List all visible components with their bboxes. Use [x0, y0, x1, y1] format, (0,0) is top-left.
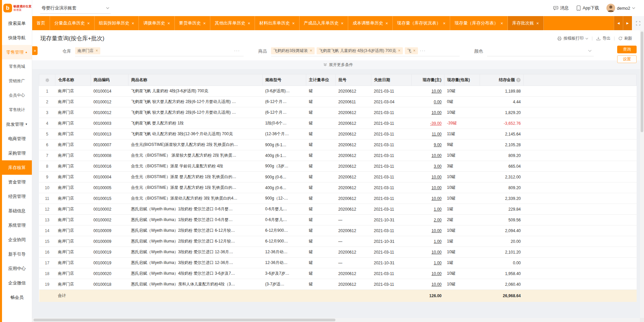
qty-main-link[interactable]: 10.00 [431, 196, 441, 201]
tab-close-icon[interactable]: × [536, 21, 539, 26]
refresh-button[interactable]: 刷新 [614, 36, 636, 41]
cell-spec: (6-12个月… [263, 97, 306, 107]
sidebar-item-16[interactable]: 新手引导 [2, 247, 32, 261]
qty-main-link[interactable]: 1.00 [434, 239, 441, 244]
sidebar-item-19[interactable]: 畅会员 [2, 290, 32, 305]
tabs-scroll-right-button[interactable]: ▶ [623, 16, 632, 30]
sidebar-item-5[interactable]: 会员中心 [2, 88, 32, 103]
sidebar-item-4[interactable]: 营销推广 [2, 74, 32, 88]
tab-close-icon[interactable]: × [167, 21, 170, 26]
warehouse-more-button[interactable]: ··· [234, 48, 244, 53]
tag-close-icon[interactable]: × [413, 48, 416, 53]
sidebar-item-11[interactable]: 资金管理 [2, 175, 32, 189]
tab-11[interactable]: 库存批次账× [508, 16, 544, 30]
cell-product-code: 00100018 [91, 279, 128, 290]
export-button[interactable]: 导出 [592, 36, 614, 41]
messages-button[interactable]: 消息 [553, 5, 569, 11]
tab-close-icon[interactable]: × [385, 21, 388, 26]
tabs-scroll-left-button[interactable]: ◀ [614, 16, 623, 30]
sidebar-item-12[interactable]: 经营管理 [2, 189, 32, 204]
qty-main-link[interactable]: 10.00 [431, 175, 441, 179]
tab-close-icon[interactable]: × [500, 21, 503, 26]
tag-close-icon[interactable]: × [96, 48, 98, 53]
column-settings-button[interactable] [39, 74, 55, 86]
sidebar-item-3[interactable]: 零售商城 [2, 59, 32, 74]
account-select[interactable]: 母婴行业演示账套 [40, 3, 111, 14]
qty-main-link[interactable]: 3.00 [434, 164, 441, 169]
sidebar-item-8[interactable]: 电商管理 [2, 131, 32, 146]
tab-3[interactable]: 调拨单历史× [139, 16, 175, 30]
tab-close-icon[interactable]: × [203, 21, 206, 26]
tab-10[interactable]: 现存量（库存分布表）× [450, 16, 508, 30]
print-by-template-button[interactable]: 按模板打印 [553, 36, 592, 41]
tab-8[interactable]: 成本调整单历史× [348, 16, 393, 30]
query-button[interactable]: 查询 [617, 46, 637, 53]
filter-collapse-button[interactable]: » [32, 46, 38, 55]
sidebar-item-10[interactable]: 库存核算 [2, 160, 32, 175]
tab-2[interactable]: 组装拆卸单历史× [95, 16, 139, 30]
tab-5[interactable]: 其他出库单历史× [210, 16, 255, 30]
tab-1[interactable]: 分量盘点单历史× [50, 16, 95, 30]
cell-batch: — [336, 215, 371, 225]
sidebar-item-18[interactable]: 企业微信 [2, 276, 32, 290]
sidebar-item-9[interactable]: 采购管理 [2, 146, 32, 160]
user-menu[interactable]: demo2 [606, 4, 635, 12]
filter-tag[interactable]: 飞× [405, 47, 418, 54]
tab-close-icon[interactable]: × [132, 21, 135, 26]
tab-0[interactable]: 首页 [32, 16, 50, 30]
tab-close-icon[interactable]: × [292, 21, 295, 26]
tag-close-icon[interactable]: × [310, 48, 312, 53]
qty-main-link[interactable]: 10.00 [431, 228, 441, 233]
qty-main-link[interactable]: 0.00 [434, 100, 441, 104]
qty-main-link[interactable]: 10.00 [431, 153, 441, 158]
tab-label: 产成品入库单历史 [304, 20, 339, 26]
brand-logo[interactable]: b 畅捷通好生意 标准版 [0, 0, 32, 16]
qty-main-link[interactable]: 11.00 [432, 132, 441, 137]
sidebar-item-1[interactable]: 快捷导航 [2, 31, 32, 45]
qty-main-link[interactable]: 10.00 [431, 250, 441, 255]
sidebar-item-15[interactable]: 企业协同 [2, 232, 32, 247]
filter-tag[interactable]: 飞鹤星飞帆 儿童奶粉 4段(3-6岁适用) 700克× [317, 47, 403, 54]
sidebar-item-17[interactable]: 应用中心 [2, 261, 32, 276]
sidebar-item-6[interactable]: 零售统计 [2, 103, 32, 117]
qty-main-link[interactable]: -39.00 [430, 121, 441, 126]
sidebar-item-2[interactable]: 零售管理▲ [2, 45, 32, 59]
qty-main-link[interactable]: 10.00 [431, 271, 441, 276]
expand-more-conditions[interactable]: 展开更多条件 [32, 60, 644, 69]
qty-main-link[interactable]: 10.00 [431, 110, 441, 115]
qty-main-link[interactable]: 1.00 [434, 261, 441, 265]
fullscreen-button[interactable] [632, 16, 644, 30]
tab-6[interactable]: 材料出库单历史× [255, 16, 300, 30]
tab-9[interactable]: 现存量（库存状况表）× [393, 16, 450, 30]
qty-main-link[interactable]: 10.00 [431, 282, 441, 287]
vertical-scrollbar[interactable] [640, 30, 644, 318]
qty-main-link[interactable]: 9.00 [434, 143, 441, 147]
product-filter-input[interactable]: 飞鹤奶粉3段两罐装×飞鹤星飞帆 儿童奶粉 4段(3-6岁适用) 700克×飞× … [271, 46, 460, 56]
sidebar-item-7[interactable]: 批发管理▼ [2, 117, 32, 131]
sidebar-item-0[interactable]: 搜索菜单 [2, 16, 32, 31]
product-more-button[interactable]: ··· [420, 48, 426, 53]
filter-tag[interactable]: 南岸门店× [75, 47, 100, 54]
sidebar-item-13[interactable]: 基础信息 [2, 204, 32, 218]
tab-7[interactable]: 产成品入库单历史× [300, 16, 348, 30]
app-download-button[interactable]: App下载 [576, 5, 599, 11]
warehouse-filter-input[interactable]: 南岸门店× ··· [75, 46, 244, 56]
tab-4[interactable]: 要货单历史× [175, 16, 211, 30]
tab-close-icon[interactable]: × [341, 21, 344, 26]
tab-close-icon[interactable]: × [443, 21, 446, 26]
sidebar-item-14[interactable]: 系统管理 [2, 218, 32, 232]
settings-button[interactable]: 设置 [617, 55, 637, 63]
horizontal-scrollbar[interactable] [32, 318, 640, 322]
horizontal-scrollbar-thumb[interactable] [34, 319, 335, 321]
color-filter-input[interactable] [487, 46, 594, 56]
tag-close-icon[interactable]: × [398, 48, 400, 53]
qty-main-link[interactable]: 1.00 [434, 207, 441, 212]
tab-close-icon[interactable]: × [248, 21, 250, 26]
filter-tag[interactable]: 飞鹤奶粉3段两罐装× [271, 47, 315, 54]
vertical-scrollbar-thumb[interactable] [641, 32, 643, 132]
qty-main-link[interactable]: 10.00 [431, 185, 441, 190]
tab-close-icon[interactable]: × [87, 21, 90, 26]
info-icon[interactable]: ? [516, 78, 521, 82]
qty-main-link[interactable]: 10.00 [431, 89, 441, 94]
qty-main-link[interactable]: 2.00 [434, 218, 441, 222]
